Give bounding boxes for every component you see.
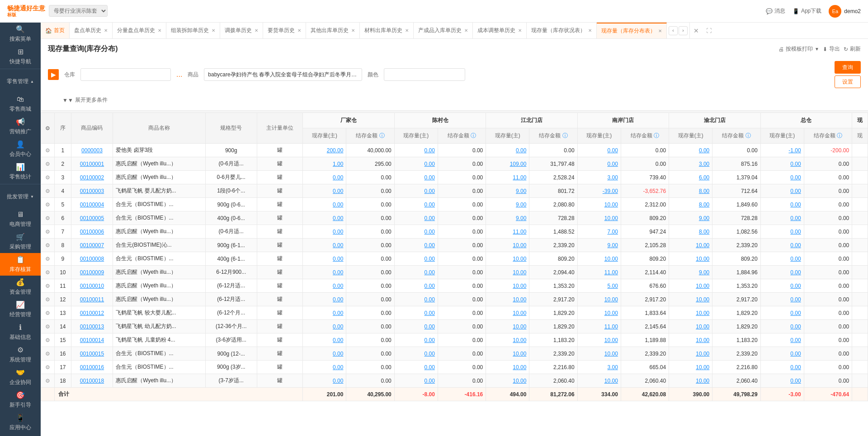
row-total-qty[interactable]: 0.00 xyxy=(760,239,804,252)
row-yb-qty[interactable]: 10.00 xyxy=(669,333,712,347)
row-code[interactable]: 00100004 xyxy=(71,198,113,211)
sidebar-item-wechat[interactable]: 💬 企业微信 xyxy=(0,434,41,436)
row-cc-qty[interactable]: 0.00 xyxy=(394,279,438,293)
row-total-qty[interactable]: 0.00 xyxy=(760,279,804,293)
close-all-tabs-btn[interactable]: ✕ xyxy=(690,23,703,38)
sidebar-item-ops[interactable]: 📈 经营管理 xyxy=(0,298,41,321)
row-fj-qty[interactable]: 0.00 xyxy=(303,266,346,279)
sidebar-item-ecom[interactable]: 🖥 电商管理 xyxy=(0,208,41,230)
row-code[interactable]: 00100012 xyxy=(71,306,113,320)
row-jb-qty[interactable]: 10.00 xyxy=(486,320,529,333)
row-total-qty[interactable]: 0.00 xyxy=(760,320,804,333)
row-gear[interactable]: ⚙ xyxy=(41,211,55,225)
row-fj-qty[interactable]: 0.00 xyxy=(303,306,346,320)
row-yb-qty[interactable]: 10.00 xyxy=(669,252,712,266)
row-jb-qty[interactable]: 10.00 xyxy=(486,374,529,388)
row-yb-qty[interactable]: 3.00 xyxy=(669,157,712,171)
close-icon[interactable]: ✕ xyxy=(351,28,355,33)
row-jb-qty[interactable]: 11.00 xyxy=(486,225,529,239)
row-yb-qty[interactable]: 10.00 xyxy=(669,293,712,306)
expand-more-btn[interactable]: ▼▼ 展开更多条件 xyxy=(55,94,854,107)
row-cc-qty[interactable]: 0.00 xyxy=(394,184,438,198)
row-cc-qty[interactable]: 0.00 xyxy=(394,347,438,361)
row-fj-qty[interactable]: 200.00 xyxy=(303,144,346,157)
sidebar-item-marketing[interactable]: 📢 营销推广 xyxy=(0,115,41,138)
row-total-qty[interactable]: 0.00 xyxy=(760,347,804,361)
row-total-qty[interactable]: 0.00 xyxy=(760,361,804,374)
row-fj-qty[interactable]: 0.00 xyxy=(303,171,346,184)
row-jb-qty[interactable]: 10.00 xyxy=(486,293,529,306)
row-na-qty[interactable]: 11.00 xyxy=(577,320,621,333)
row-gear[interactable]: ⚙ xyxy=(41,239,55,252)
row-na-qty[interactable]: 7.00 xyxy=(577,225,621,239)
row-cc-qty[interactable]: 0.00 xyxy=(394,361,438,374)
row-total-qty[interactable]: -1.00 xyxy=(760,144,804,157)
row-gear[interactable]: ⚙ xyxy=(41,374,55,388)
row-yb-qty[interactable]: 10.00 xyxy=(669,347,712,361)
row-gear[interactable]: ⚙ xyxy=(41,144,55,157)
row-na-qty[interactable]: 10.00 xyxy=(577,293,621,306)
row-total-qty[interactable]: 0.00 xyxy=(760,157,804,171)
row-fj-qty[interactable]: 0.00 xyxy=(303,211,346,225)
row-fj-qty[interactable]: 0.00 xyxy=(303,374,346,388)
row-total-qty[interactable]: 0.00 xyxy=(760,293,804,306)
row-jb-qty[interactable]: 109.00 xyxy=(486,157,529,171)
row-jb-qty[interactable]: 9.00 xyxy=(486,211,529,225)
row-total-qty[interactable]: 0.00 xyxy=(760,211,804,225)
row-yb-qty[interactable]: 10.00 xyxy=(669,306,712,320)
sidebar-item-retail-stat[interactable]: 📊 零售统计 xyxy=(0,160,41,183)
row-fj-qty[interactable]: 0.00 xyxy=(303,361,346,374)
row-na-qty[interactable]: 10.00 xyxy=(577,198,621,211)
row-jb-qty[interactable]: 10.00 xyxy=(486,361,529,374)
row-total-qty[interactable]: 0.00 xyxy=(760,184,804,198)
row-total-qty[interactable]: 0.00 xyxy=(760,374,804,388)
row-na-qty[interactable]: 10.00 xyxy=(577,252,621,266)
row-gear[interactable]: ⚙ xyxy=(41,198,55,211)
export-btn[interactable]: ⬇ 导出 xyxy=(823,45,840,53)
tab-combo[interactable]: 组装拆卸单历史 ✕ xyxy=(166,23,220,38)
product-selector[interactable]: babycare孕妇待产包 春季入院全套母子组合孕妇产后冬季月子用品 22件套 … xyxy=(204,68,362,81)
row-jb-qty[interactable]: 10.00 xyxy=(486,266,529,279)
close-icon[interactable]: ✕ xyxy=(255,28,258,33)
nav-next-btn[interactable]: › xyxy=(679,26,688,35)
row-na-qty[interactable]: 10.00 xyxy=(577,374,621,388)
row-fj-qty[interactable]: 0.00 xyxy=(303,198,346,211)
tab-cost-adj[interactable]: 成本调整单历史 ✕ xyxy=(473,23,527,38)
row-na-qty[interactable]: 11.00 xyxy=(577,266,621,279)
row-cc-qty[interactable]: 0.00 xyxy=(394,225,438,239)
user-info[interactable]: Ea demo2 xyxy=(829,5,861,18)
row-code[interactable]: 0000003 xyxy=(71,144,113,157)
row-cc-qty[interactable]: 0.00 xyxy=(394,198,438,211)
sidebar-item-nav[interactable]: ⊞ 快捷导航 xyxy=(0,45,41,68)
tab-prod-in[interactable]: 产成品入库单历史 ✕ xyxy=(414,23,473,38)
row-gear[interactable]: ⚙ xyxy=(41,361,55,374)
row-fj-qty[interactable]: 0.00 xyxy=(303,347,346,361)
tab-mat-out[interactable]: 材料出库单历史 ✕ xyxy=(360,23,414,38)
tab-alloc[interactable]: 调拨单历史 ✕ xyxy=(220,23,263,38)
sidebar-item-stock[interactable]: 📋 库存核算 xyxy=(0,253,41,276)
app-download-link[interactable]: 📱 App下载 xyxy=(793,7,821,15)
row-gear[interactable]: ⚙ xyxy=(41,157,55,171)
close-icon[interactable]: ✕ xyxy=(464,28,468,33)
row-gear[interactable]: ⚙ xyxy=(41,252,55,266)
filter-expand-btn[interactable]: ▶ xyxy=(48,69,59,80)
close-icon[interactable]: ✕ xyxy=(405,28,409,33)
row-jb-qty[interactable]: 10.00 xyxy=(486,347,529,361)
row-cc-qty[interactable]: 0.00 xyxy=(394,320,438,333)
row-code[interactable]: 00100005 xyxy=(71,211,113,225)
row-yb-qty[interactable]: 10.00 xyxy=(669,320,712,333)
tab-req[interactable]: 要货单历史 ✕ xyxy=(263,23,306,38)
row-gear[interactable]: ⚙ xyxy=(41,306,55,320)
row-na-qty[interactable]: 0.00 xyxy=(577,157,621,171)
row-cc-qty[interactable]: 0.00 xyxy=(394,211,438,225)
row-na-qty[interactable]: 10.00 xyxy=(577,347,621,361)
print-btn[interactable]: 🖨 按模板打印 ▼ xyxy=(778,45,819,53)
row-fj-qty[interactable]: 0.00 xyxy=(303,333,346,347)
row-yb-qty[interactable]: 9.00 xyxy=(669,266,712,279)
row-code[interactable]: 00100011 xyxy=(71,293,113,306)
row-fj-qty[interactable]: 0.00 xyxy=(303,279,346,293)
row-fj-qty[interactable]: 0.00 xyxy=(303,184,346,198)
row-code[interactable]: 00100014 xyxy=(71,333,113,347)
row-jb-qty[interactable]: 9.00 xyxy=(486,198,529,211)
row-jb-qty[interactable]: 11.00 xyxy=(486,171,529,184)
